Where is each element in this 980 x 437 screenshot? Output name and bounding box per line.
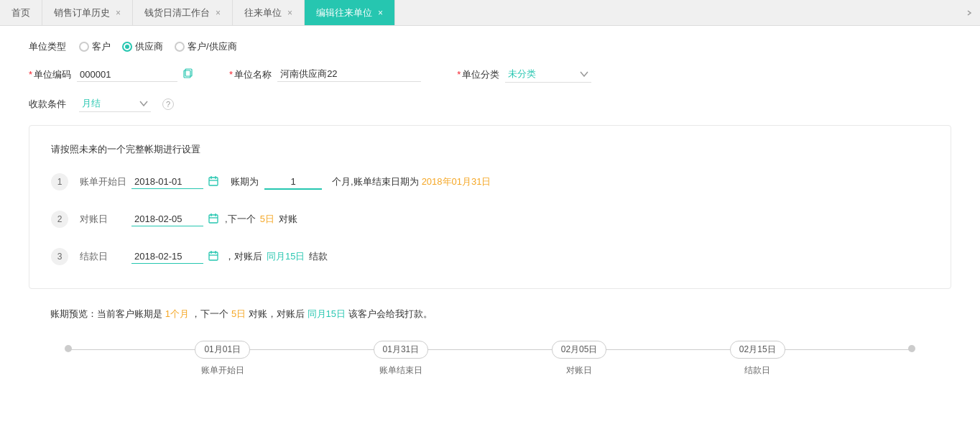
preview-section: 账期预览：当前客户账期是 1个月 ，下一个 5日 对账，对账后 同月15日 该客… bbox=[29, 296, 951, 388]
tab-edit-partner-close[interactable]: × bbox=[378, 8, 383, 18]
unit-name-label: 单位名称 bbox=[234, 68, 272, 81]
radio-both-circle bbox=[175, 42, 185, 52]
tab-bar: 首页 销售订单历史 × 钱货日清工作台 × 往来单位 × 编辑往来单位 × bbox=[0, 0, 980, 26]
chevron-right-icon bbox=[966, 9, 973, 17]
radio-customer-circle bbox=[79, 42, 89, 52]
setting-field-label-1: 账单开始日 bbox=[80, 175, 123, 188]
svg-rect-6 bbox=[209, 215, 218, 223]
payment-terms-select[interactable]: 月结 bbox=[79, 96, 151, 112]
preview-text: 账期预览：当前客户账期是 1个月 ，下一个 5日 对账，对账后 同月15日 该客… bbox=[50, 308, 930, 321]
unit-name-group: * 单位名称 bbox=[229, 68, 421, 82]
timeline-end-dot bbox=[908, 345, 915, 352]
reconciliation-date-input[interactable] bbox=[131, 212, 203, 226]
unit-info-row: * 单位编码 * 单位名称 * 单位分类 未分类 bbox=[29, 66, 951, 83]
timeline-container: 01月01日 账单开始日 01月31日 账单结束日 02月05日 对账日 02月… bbox=[50, 341, 930, 377]
timeline-node-4-label: 结款日 bbox=[744, 364, 770, 377]
radio-supplier-circle bbox=[122, 42, 132, 52]
payment-terms-label: 收款条件 bbox=[29, 98, 66, 111]
unit-name-star: * bbox=[229, 69, 233, 80]
timeline-end bbox=[908, 341, 915, 352]
payment-terms-value: 月结 bbox=[82, 97, 135, 110]
preview-part3-highlight: 同月15日 bbox=[308, 308, 346, 319]
period-input[interactable] bbox=[264, 175, 322, 190]
payment-date-input[interactable] bbox=[131, 249, 203, 264]
account-start-date-input[interactable] bbox=[131, 175, 203, 189]
timeline-node-1-label: 账单开始日 bbox=[201, 364, 244, 377]
radio-supplier[interactable]: 供应商 bbox=[122, 40, 163, 53]
tab-sales-history[interactable]: 销售订单历史 × bbox=[42, 0, 133, 25]
unit-name-input[interactable] bbox=[277, 68, 421, 82]
tab-partner-close[interactable]: × bbox=[287, 8, 292, 18]
timeline-start bbox=[65, 341, 72, 352]
account-end-date-highlight: 2018年01月31日 bbox=[422, 175, 491, 188]
unit-category-value: 未分类 bbox=[508, 68, 575, 80]
tab-partner-label: 往来单位 bbox=[244, 6, 282, 19]
preview-part1: 1个月 bbox=[165, 308, 189, 319]
timeline-node-3-label: 对账日 bbox=[566, 364, 592, 377]
setting-num-2: 2 bbox=[51, 211, 68, 228]
timeline-node-3-date: 02月05日 bbox=[552, 341, 607, 359]
setting-row-2: 2 对账日 ,下一个 5日 对账 bbox=[51, 211, 929, 228]
payment-terms-arrow bbox=[139, 98, 148, 109]
timeline-node-2-label: 账单结束日 bbox=[379, 364, 422, 377]
setting-field-label-3: 结款日 bbox=[80, 250, 123, 263]
main-content: 单位类型 客户 供应商 客户/供应商 * 单位编码 bbox=[0, 26, 980, 437]
unit-code-star: * bbox=[29, 69, 32, 80]
tab-cash-work-close[interactable]: × bbox=[216, 8, 221, 18]
radio-customer[interactable]: 客户 bbox=[79, 40, 111, 53]
payment-date-calendar-icon[interactable] bbox=[208, 250, 219, 264]
tab-cash-work[interactable]: 钱货日清工作台 × bbox=[133, 0, 233, 25]
timeline-node-2: 01月31日 账单结束日 bbox=[374, 341, 429, 377]
payment-terms-row: 收款条件 月结 ? bbox=[29, 96, 951, 112]
tab-home-label: 首页 bbox=[11, 6, 30, 19]
unit-category-label: 单位分类 bbox=[462, 68, 499, 81]
tab-home[interactable]: 首页 bbox=[0, 0, 42, 25]
svg-rect-10 bbox=[209, 252, 218, 260]
settings-card: 请按照未来的一个完整帐期进行设置 1 账单开始日 账期为 个月,账单结束日期为 … bbox=[29, 125, 951, 289]
timeline-node-3: 02月05日 对账日 bbox=[552, 341, 607, 377]
unit-category-select[interactable]: 未分类 bbox=[505, 66, 591, 83]
unit-code-input[interactable] bbox=[77, 68, 177, 82]
tab-sales-history-close[interactable]: × bbox=[116, 8, 121, 18]
setting-row-3: 3 结款日 ，对账后 同月15日 结款 bbox=[51, 248, 929, 265]
settings-card-title: 请按照未来的一个完整帐期进行设置 bbox=[51, 143, 929, 156]
timeline-node-4-date: 02月15日 bbox=[730, 341, 785, 359]
tab-edit-partner-label: 编辑往来单位 bbox=[316, 6, 372, 19]
unit-code-group: * 单位编码 bbox=[29, 68, 193, 82]
tab-edit-partner[interactable]: 编辑往来单位 × bbox=[305, 0, 395, 25]
radio-supplier-label: 供应商 bbox=[135, 40, 163, 53]
svg-rect-2 bbox=[209, 178, 218, 185]
help-icon[interactable]: ? bbox=[162, 98, 174, 110]
period-desc-before: 账期为 bbox=[231, 175, 259, 188]
payment-highlight: 同月15日 bbox=[267, 250, 305, 263]
account-start-date-calendar-icon[interactable] bbox=[208, 175, 219, 189]
unit-type-radio-group: 客户 供应商 客户/供应商 bbox=[79, 40, 237, 53]
reconcile-highlight: 5日 bbox=[260, 213, 274, 226]
payment-desc-2: 结款 bbox=[309, 250, 328, 263]
unit-type-label: 单位类型 bbox=[29, 40, 66, 53]
tab-expand-btn[interactable] bbox=[958, 0, 980, 25]
setting-num-1: 1 bbox=[51, 173, 68, 190]
preview-part2-highlight: 5日 bbox=[231, 308, 246, 319]
preview-part3: 对账，对账后 bbox=[249, 308, 305, 319]
unit-type-row: 单位类型 客户 供应商 客户/供应商 bbox=[29, 40, 951, 53]
tab-cash-work-label: 钱货日清工作台 bbox=[144, 6, 210, 19]
preview-part2: ，下一个 bbox=[191, 308, 228, 319]
tab-partner[interactable]: 往来单位 × bbox=[233, 0, 305, 25]
reconciliation-date-calendar-icon[interactable] bbox=[208, 213, 219, 226]
timeline-node-1-date: 01月01日 bbox=[195, 341, 250, 359]
radio-both[interactable]: 客户/供应商 bbox=[175, 40, 237, 53]
copy-icon[interactable] bbox=[182, 68, 193, 81]
reconcile-desc-2: 对账 bbox=[279, 213, 297, 226]
timeline-node-1: 01月01日 账单开始日 bbox=[195, 341, 250, 377]
unit-category-arrow bbox=[580, 69, 588, 79]
tab-sales-history-label: 销售订单历史 bbox=[54, 6, 110, 19]
unit-category-group: * 单位分类 未分类 bbox=[457, 66, 591, 83]
payment-desc-1: ，对账后 bbox=[225, 250, 262, 263]
unit-category-star: * bbox=[457, 69, 461, 80]
radio-both-label: 客户/供应商 bbox=[188, 40, 237, 53]
reconcile-desc-1: ,下一个 bbox=[225, 213, 256, 226]
period-desc-after: 个月,账单结束日期为 bbox=[332, 175, 419, 188]
unit-code-label: 单位编码 bbox=[34, 68, 71, 81]
timeline-node-2-date: 01月31日 bbox=[374, 341, 429, 359]
